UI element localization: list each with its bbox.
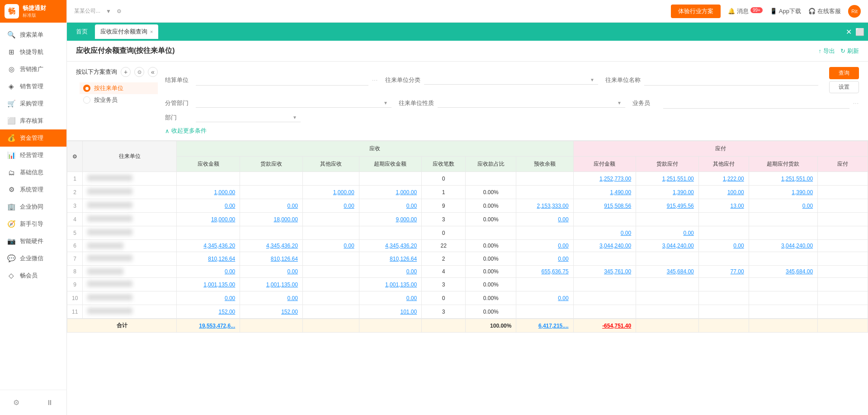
page-title: 应收应付余额查询(按往来单位) xyxy=(76,46,175,56)
sidebar-item-purchase[interactable]: 🛒 采购管理 xyxy=(0,95,66,112)
bumen-select[interactable]: ▼ xyxy=(196,113,301,122)
sidebar-item-finance[interactable]: 💰 资金管理 xyxy=(0,129,66,147)
sidebar-item-hardware[interactable]: 📷 智能硬件 xyxy=(0,233,66,250)
sidebar-item-operation[interactable]: 📊 经营管理 xyxy=(0,147,66,164)
export-icon: ↑ xyxy=(819,48,822,54)
filter-collapse-button[interactable]: « xyxy=(148,67,158,77)
table-row: 100.000.000.0000.00%0.00 xyxy=(67,291,868,305)
partner-cell xyxy=(83,226,177,240)
nav-icon: ⊞ xyxy=(7,48,15,56)
active-dot-icon xyxy=(83,85,90,92)
tab-receivable-query[interactable]: 应收应付余额查询 × xyxy=(95,24,158,39)
th-yingfu-other: 其他应付 xyxy=(698,157,749,172)
sidebar-item-member[interactable]: ◇ 畅会员 xyxy=(0,267,66,284)
app-download-button[interactable]: 📱 App下载 xyxy=(770,7,801,15)
close-window-icon[interactable]: ✕ xyxy=(846,28,852,36)
query-button[interactable]: 查询 xyxy=(829,67,859,79)
wanglaifenlei-select[interactable]: ▼ xyxy=(424,76,598,85)
wanglaiming-input[interactable] xyxy=(644,75,818,86)
member-icon: ◇ xyxy=(7,272,15,280)
view-option-partner[interactable]: 按往来单位 xyxy=(80,82,158,94)
gear-icon[interactable]: ⚙ xyxy=(72,153,77,160)
sidebar-item-label: 库存核算 xyxy=(20,117,43,125)
filter-fields: 结算单位 ··· 往来单位分类 ▼ xyxy=(165,67,859,135)
jiesuandanwei-input[interactable] xyxy=(196,75,368,86)
collapse-area: ∧ 收起更多条件 xyxy=(165,127,859,135)
th-yingfu-goods: 货款应付 xyxy=(636,157,699,172)
export-button[interactable]: ↑ 导出 xyxy=(819,47,835,55)
collapse-button[interactable]: ⏸ xyxy=(42,395,57,410)
table-footer: 合计 19,553,472,6... 100.00% 6,417,215....… xyxy=(67,319,868,333)
yewuyuan-label: 业务员 xyxy=(632,99,660,107)
partner-cell xyxy=(83,172,177,186)
page-header-actions: ↑ 导出 ↻ 刷新 xyxy=(819,47,859,55)
th-overdue-amount: 超期应收金额 xyxy=(359,157,422,172)
th-overdue-pay: 超期应付货款 xyxy=(749,157,817,172)
filter-add-button[interactable]: + xyxy=(121,67,131,77)
sidebar-item-label: 企业协同 xyxy=(20,203,43,211)
header-left: 某某公司... ▼ ⚙ xyxy=(74,7,122,15)
tab-home[interactable]: 首页 xyxy=(71,24,93,39)
settings-button[interactable]: ⚙ xyxy=(9,395,23,410)
footer-yingfu-amount[interactable]: -654,751.40 xyxy=(573,319,636,333)
filter-header: 按以下方案查询 + ⊙ « xyxy=(76,67,158,77)
fenguan-select[interactable]: ▼ xyxy=(196,99,392,108)
logo-name: 畅捷通财 xyxy=(23,4,46,12)
sidebar-menu: 🔍 搜索菜单 ⊞ 快捷导航 ◎ 营销推广 ◈ 销售管理 🛒 采购管理 ⬜ 库存核… xyxy=(0,23,66,390)
maximize-icon[interactable]: ⬜ xyxy=(855,28,864,36)
sidebar-item-guide[interactable]: 🧭 新手引导 xyxy=(0,215,66,233)
filter-wanglaixingzhi: 往来单位性质 ▼ xyxy=(399,99,625,108)
footer-prepay[interactable]: 6,417,215.... xyxy=(516,319,573,333)
th-partner: 往来单位 xyxy=(83,141,177,172)
sidebar-item-label: 经营管理 xyxy=(20,151,43,159)
gear-icon[interactable]: ⚙ xyxy=(117,8,122,14)
settings-button[interactable]: 设置 xyxy=(829,81,859,93)
sidebar-item-search[interactable]: 🔍 搜索菜单 xyxy=(0,26,66,43)
chevron-down-icon: ▼ xyxy=(292,115,297,120)
sidebar-item-system[interactable]: ⚙ 系统管理 xyxy=(0,181,66,198)
table-row: 500.000.00 xyxy=(67,226,868,240)
filter-wanglaifenlei: 往来单位分类 ▼ xyxy=(385,76,598,85)
online-service-button[interactable]: 🎧 在线客服 xyxy=(808,7,841,15)
sidebar-item-sales[interactable]: ◈ 销售管理 xyxy=(0,78,66,95)
footer-ratio: 100.00% xyxy=(466,319,516,333)
refresh-button[interactable]: ↻ 刷新 xyxy=(840,47,859,55)
notifications-button[interactable]: 🔔 消息 99+ xyxy=(728,7,763,15)
sidebar-item-marketing[interactable]: ◎ 营销推广 xyxy=(0,61,66,78)
table-row: 91,001,135.001,001,135.001,001,135.0030.… xyxy=(67,278,868,291)
view-option-staff[interactable]: 按业务员 xyxy=(80,94,158,106)
action-buttons: 查询 设置 xyxy=(829,67,859,93)
finance-icon: 💰 xyxy=(7,134,15,142)
filter-settings-button[interactable]: ⊙ xyxy=(134,67,144,77)
tab-close-icon[interactable]: × xyxy=(150,29,153,34)
chevron-down-icon[interactable]: ▼ xyxy=(106,8,111,14)
sidebar-item-inventory[interactable]: ⬜ 库存核算 xyxy=(0,112,66,129)
export-label: 导出 xyxy=(823,47,835,55)
sidebar-item-enterprise[interactable]: 🏢 企业协同 xyxy=(0,198,66,215)
data-table: ⚙ 往来单位 应收 应付 应收金额 货款应收 其他应收 超期应收金额 应收笔数 … xyxy=(67,141,868,333)
filter-label: 按以下方案查询 xyxy=(76,68,117,76)
sidebar-item-label: 资金管理 xyxy=(20,134,43,142)
more-options-icon[interactable]: ··· xyxy=(853,100,859,106)
bumen-label: 部门 xyxy=(165,114,192,122)
filter-row-3: 部门 ▼ xyxy=(165,113,859,122)
sidebar-item-wechat[interactable]: 💬 企业微信 xyxy=(0,250,66,267)
solution-button[interactable]: 体验行业方案 xyxy=(671,5,721,18)
sidebar-item-label: 营销推广 xyxy=(20,65,43,73)
sidebar-item-basic[interactable]: 🗂 基础信息 xyxy=(0,164,66,181)
enterprise-icon: 🏢 xyxy=(7,203,15,211)
th-settings[interactable]: ⚙ xyxy=(67,141,83,172)
chevron-up-icon: ∧ xyxy=(165,128,170,134)
wanglaixingzhi-select[interactable]: ▼ xyxy=(438,99,625,108)
footer-label: 合计 xyxy=(67,319,177,333)
yewuyuan-input[interactable] xyxy=(663,98,849,109)
more-options-icon[interactable]: ··· xyxy=(372,77,378,83)
filter-view-options: 按往来单位 按业务员 xyxy=(76,82,158,106)
sidebar-item-nav[interactable]: ⊞ 快捷导航 xyxy=(0,43,66,61)
th-receipt-ratio: 应收款占比 xyxy=(466,157,516,172)
wanglaifenlei-label: 往来单位分类 xyxy=(385,76,420,84)
collapse-button[interactable]: ∧ 收起更多条件 xyxy=(165,127,859,135)
user-avatar[interactable]: Rit xyxy=(848,5,861,18)
sidebar-item-label: 快捷导航 xyxy=(20,48,43,56)
footer-yingshou-amount[interactable]: 19,553,472,6... xyxy=(177,319,240,333)
